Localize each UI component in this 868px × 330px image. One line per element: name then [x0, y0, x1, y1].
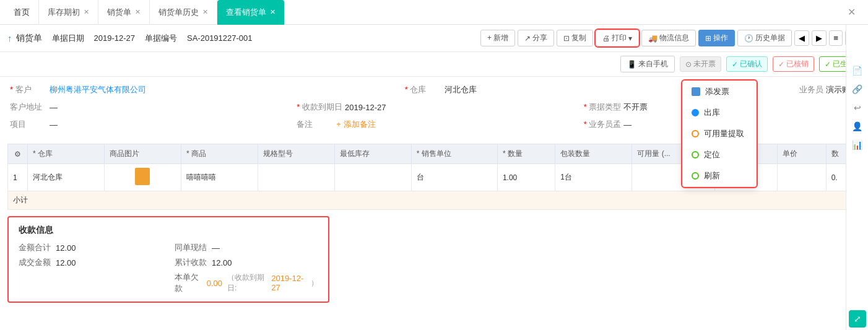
- print-button-label: 打印: [612, 33, 627, 43]
- sidebar-expand-icon[interactable]: ⤢: [849, 310, 866, 328]
- refresh-icon: [692, 172, 699, 180]
- doc-date-value: 2019-12-27: [94, 33, 136, 43]
- cumul-received-item: 累计收款 12.00: [175, 257, 318, 268]
- copy-button[interactable]: ⊡ 复制: [557, 30, 593, 46]
- balance-note-end: ）: [311, 278, 318, 289]
- prev-button[interactable]: ◀: [794, 30, 809, 46]
- project-label: 项目: [10, 119, 47, 130]
- next-button[interactable]: ▶: [812, 30, 827, 46]
- print-dropdown-arrow: ▾: [628, 34, 632, 43]
- operate-icon: ⊞: [705, 34, 711, 43]
- same-settle-item: 同单现结 —: [175, 242, 318, 253]
- locate-icon: [692, 151, 699, 158]
- confirmed-icon: ✓: [732, 60, 738, 69]
- same-settle-label: 同单现结: [175, 242, 207, 253]
- outbound-icon: [692, 109, 699, 116]
- phone-icon: 📱: [627, 60, 636, 69]
- from-phone-button[interactable]: 📱 来自手机: [620, 56, 675, 72]
- tab-history-close[interactable]: ✕: [202, 8, 208, 16]
- dropdown-outbound[interactable]: 出库: [683, 102, 756, 123]
- row-spec: [258, 164, 334, 191]
- sales-order-icon: ↑: [7, 33, 12, 43]
- sidebar-back-icon[interactable]: ↩: [849, 99, 866, 116]
- copy-button-label: 复制: [571, 33, 586, 43]
- add-note-button[interactable]: + 添加备注: [336, 119, 375, 130]
- tab-history[interactable]: 销货单历史 ✕: [150, 0, 217, 25]
- col-img: 商品图片: [104, 144, 181, 164]
- warehouse-label: 仓库: [405, 84, 442, 95]
- effect-icon: ✓: [825, 60, 831, 69]
- col-unit: * 销售单位: [411, 144, 497, 164]
- col-min-stock: 最低库存: [334, 144, 411, 164]
- history-icon: 🕐: [744, 34, 753, 43]
- not-opened-dot: ⊙: [685, 60, 692, 69]
- doc-no-value: SA-20191227-001: [187, 33, 253, 43]
- window-close-button[interactable]: ✕: [840, 6, 863, 18]
- staff-label: 业务员: [799, 84, 826, 95]
- balance-item: [19, 272, 162, 294]
- history-button-label: 历史单据: [755, 33, 785, 43]
- sidebar-chart-icon[interactable]: 📊: [849, 136, 866, 154]
- new-button[interactable]: + 新增: [480, 30, 515, 46]
- sidebar-link-icon[interactable]: 🔗: [849, 80, 866, 98]
- project-value: —: [50, 120, 58, 129]
- tab-home[interactable]: 首页: [5, 0, 39, 25]
- tab-sales[interactable]: 销货单 ✕: [98, 0, 150, 25]
- dropdown-add-invoice[interactable]: 添发票: [683, 81, 756, 102]
- payment-title: 收款信息: [19, 225, 318, 236]
- tab-inventory[interactable]: 库存期初 ✕: [39, 0, 98, 25]
- new-button-label: + 新增: [487, 33, 508, 43]
- sidebar-user-icon[interactable]: 👤: [849, 118, 866, 135]
- share-icon: ↗: [524, 34, 531, 43]
- tab-view-sales-close[interactable]: ✕: [270, 8, 276, 16]
- operate-button[interactable]: ⊞ 操作: [698, 30, 735, 46]
- due-date-value: 2019-12-27: [345, 103, 386, 112]
- tab-view-sales-label: 查看销货单: [226, 7, 266, 18]
- dropdown-locate[interactable]: 定位: [683, 144, 756, 165]
- col-settings[interactable]: ⚙: [8, 144, 28, 164]
- project-field: 项目 —: [10, 119, 284, 130]
- dropdown-avail-extract[interactable]: 可用量提取: [683, 123, 756, 144]
- row-pkg-qty: 1台: [555, 164, 632, 191]
- address-value: —: [50, 103, 58, 112]
- avail-extract-icon: [692, 130, 699, 137]
- share-button[interactable]: ↗ 分享: [518, 30, 554, 46]
- tab-inventory-close[interactable]: ✕: [84, 8, 89, 16]
- refresh-label: 刷新: [704, 170, 720, 181]
- cancel-badge: ✓ 已核销: [773, 56, 814, 72]
- sidebar-doc-icon[interactable]: 📄: [849, 62, 866, 79]
- col-product: * 商品: [181, 144, 258, 164]
- outbound-label: 出库: [704, 107, 720, 118]
- customer-field: 客户 柳州粤港平安气体有限公司: [10, 84, 393, 95]
- row-no: 1: [8, 164, 28, 191]
- confirmed-label: 已确认: [740, 59, 762, 69]
- deal-amount-item: 成交金额 12.00: [19, 257, 162, 268]
- deal-amount-value: 12.00: [56, 258, 76, 267]
- row-product: 嘻嘻嘻嘻: [181, 164, 258, 191]
- print-button[interactable]: 🖨 打印 ▾: [596, 30, 639, 46]
- tab-inventory-label: 库存期初: [48, 7, 80, 18]
- history-button[interactable]: 🕐 历史单据: [737, 30, 792, 46]
- tab-view-sales[interactable]: 查看销货单 ✕: [217, 0, 285, 25]
- balance-label: 本单欠款: [175, 272, 202, 294]
- col-qty: * 数量: [497, 144, 555, 164]
- share-button-label: 分享: [532, 33, 547, 43]
- customer-value[interactable]: 柳州粤港平安气体有限公司: [50, 84, 146, 95]
- doc-header: ↑ 销货单 单据日期 2019-12-27 单据编号 SA-20191227-0…: [0, 25, 868, 52]
- col-pkg-qty: 包装数量: [555, 144, 632, 164]
- tab-sales-close[interactable]: ✕: [135, 8, 141, 16]
- row-warehouse: 河北仓库: [28, 164, 105, 191]
- logistics-button[interactable]: 🚚 物流信息: [641, 30, 696, 46]
- address-field: 客户地址 —: [10, 102, 284, 113]
- tab-sales-label: 销货单: [107, 7, 131, 18]
- ticket-label: 票据类型: [584, 102, 622, 113]
- dropdown-refresh[interactable]: 刷新: [683, 165, 756, 186]
- row-qty: 1.00: [497, 164, 555, 191]
- row-price: [778, 164, 826, 191]
- row-min-stock: [334, 164, 411, 191]
- print-icon: 🖨: [602, 34, 610, 43]
- layout-list-button[interactable]: ≡: [829, 30, 843, 46]
- cumul-received-value: 12.00: [212, 258, 232, 267]
- right-sidebar: 📄 🔗 ↩ 👤 📊 ⤢: [846, 25, 868, 330]
- from-phone-label: 来自手机: [638, 59, 668, 69]
